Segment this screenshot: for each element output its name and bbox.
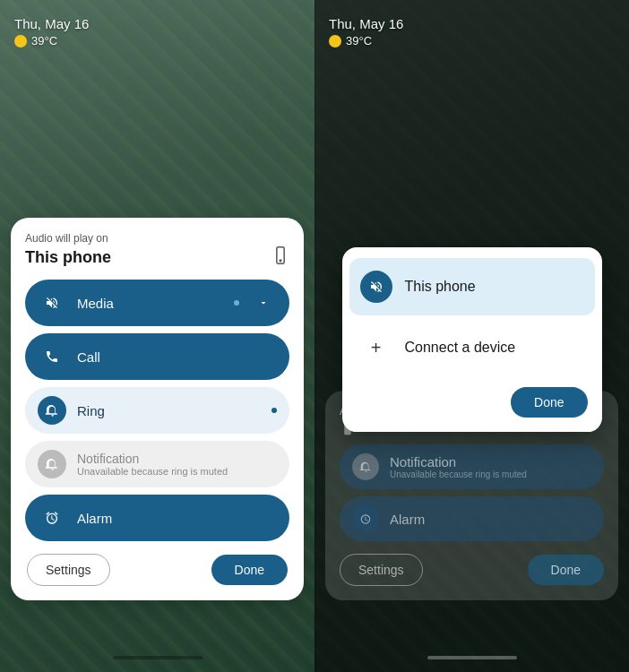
notification-icon <box>38 450 66 478</box>
sun-icon <box>14 35 27 47</box>
left-volume-modal: Audio will play on This phone Media <box>11 218 304 600</box>
right-phone-panel: Thu, May 16 39°C Audio will play on Noti… <box>314 0 629 672</box>
right-notification-row: Notification Unavailable because ring is… <box>340 444 604 489</box>
alarm-label: Alarm <box>77 511 277 526</box>
device-picker-popup: This phone + Connect a device Done <box>342 247 602 432</box>
right-alarm-row: Alarm <box>340 496 604 541</box>
right-notification-sublabel: Unavailable because ring is muted <box>390 470 527 479</box>
notification-row: Notification Unavailable because ring is… <box>25 441 289 487</box>
left-status-bar: Thu, May 16 39°C <box>14 16 89 47</box>
picker-connect-icon: + <box>360 332 392 364</box>
media-dot <box>234 300 239 306</box>
picker-this-phone-label: This phone <box>405 279 476 295</box>
left-done-button[interactable]: Done <box>211 555 288 585</box>
media-label: Media <box>77 296 223 311</box>
call-row[interactable]: Call <box>25 333 289 380</box>
media-row[interactable]: Media <box>25 280 289 326</box>
left-date: Thu, May 16 <box>14 16 89 31</box>
left-device-name: This phone <box>25 248 111 267</box>
picker-done-row: Done <box>342 380 602 418</box>
phone-device-icon <box>271 246 289 269</box>
right-temp: 39°C <box>346 34 372 47</box>
picker-this-phone-icon <box>360 271 392 303</box>
right-sun-icon <box>329 35 341 47</box>
picker-connect-label: Connect a device <box>405 340 516 356</box>
ring-label: Ring <box>77 403 261 418</box>
ring-dot <box>271 408 277 413</box>
picker-connect-device[interactable]: + Connect a device <box>349 319 595 376</box>
ring-icon <box>38 396 66 425</box>
right-alarm-label: Alarm <box>390 512 591 527</box>
left-weather: 39°C <box>14 34 89 47</box>
ring-row[interactable]: Ring <box>25 387 289 434</box>
svg-point-1 <box>280 260 281 262</box>
left-temp: 39°C <box>31 34 57 47</box>
left-bottom-actions: Settings Done <box>25 554 289 586</box>
right-settings-button[interactable]: Settings <box>340 554 423 586</box>
alarm-icon <box>38 504 66 532</box>
right-done-bg-button[interactable]: Done <box>528 555 604 585</box>
picker-this-phone[interactable]: This phone <box>349 258 595 315</box>
panel-divider <box>314 0 315 672</box>
right-date: Thu, May 16 <box>329 16 403 31</box>
picker-done-button[interactable]: Done <box>511 387 587 418</box>
notification-label: Notification <box>77 452 228 466</box>
call-icon <box>38 342 66 371</box>
right-notification-label: Notification <box>390 454 527 470</box>
left-audio-plays-label: Audio will play on <box>25 232 289 245</box>
notification-text-group: Notification Unavailable because ring is… <box>77 452 228 477</box>
right-status-bar: Thu, May 16 39°C <box>329 16 403 47</box>
media-expand-btn[interactable] <box>250 289 277 316</box>
left-bottom-bar <box>113 656 202 659</box>
left-settings-button[interactable]: Settings <box>27 554 110 586</box>
volume-items-list: Media Call <box>25 280 289 541</box>
left-phone-panel: Thu, May 16 39°C Audio will play on This… <box>0 0 314 672</box>
right-bottom-bar <box>427 656 517 659</box>
call-label: Call <box>77 349 277 365</box>
left-device-row: This phone <box>25 246 289 269</box>
alarm-row[interactable]: Alarm <box>25 495 289 541</box>
notification-sublabel: Unavailable because ring is muted <box>77 466 228 477</box>
right-weather: 39°C <box>329 34 403 47</box>
right-bottom-actions: Settings Done <box>340 554 604 586</box>
media-icon <box>38 289 66 317</box>
